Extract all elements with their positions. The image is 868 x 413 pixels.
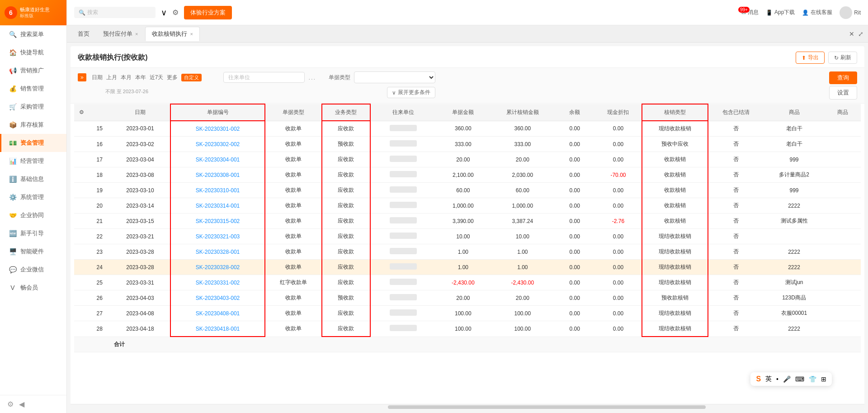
export-button[interactable]: ⬆ 导出 bbox=[796, 52, 825, 64]
doc-code-link[interactable]: SK-20230302-002 bbox=[196, 141, 240, 147]
expand-icon[interactable]: ⤢ bbox=[858, 30, 863, 38]
topbar-right: ✉ 99+ 消息 📱 App下载 👤 在线客服 Rit bbox=[741, 6, 861, 19]
sidebar-item-hardware[interactable]: 🖥️ 智能硬件 bbox=[0, 242, 66, 261]
doc-code-link[interactable]: SK-20230304-001 bbox=[196, 157, 240, 163]
sidebar-item-finance[interactable]: 💵 资金管理 bbox=[0, 134, 66, 152]
tab-prepay[interactable]: 预付应付单 × bbox=[97, 27, 144, 41]
table-row[interactable]: 27 2023-04-08 SK-20230408-001 收款单 应收款 10… bbox=[74, 306, 861, 321]
app-download-button[interactable]: 📱 App下载 bbox=[766, 9, 795, 16]
sidebar-item-guide[interactable]: 🆕 新手引导 bbox=[0, 224, 66, 242]
date-link-7days[interactable]: 近7天 bbox=[150, 74, 164, 81]
table-row[interactable]: 26 2023-04-03 SK-20230403-002 收款单 预收款 20… bbox=[74, 290, 861, 306]
sidebar-item-member[interactable]: V 畅会员 bbox=[0, 279, 66, 297]
user-avatar[interactable]: Rit bbox=[840, 6, 861, 19]
sidebar-item-inventory[interactable]: 📦 库存核算 bbox=[0, 116, 66, 134]
footer-amount bbox=[436, 337, 491, 352]
table-row[interactable]: 22 2023-03-21 SK-20230321-003 收款单 应收款 10… bbox=[74, 229, 861, 244]
topbar-search-box[interactable]: 🔍 搜索 bbox=[74, 7, 156, 18]
date-link-this-year[interactable]: 本年 bbox=[135, 74, 146, 81]
query-button[interactable]: 查询 bbox=[829, 71, 857, 84]
horizontal-scrollbar[interactable] bbox=[71, 404, 864, 409]
collapse-icon[interactable]: ◀ bbox=[19, 400, 24, 408]
tab-prepay-close[interactable]: × bbox=[135, 31, 138, 37]
table-row[interactable]: 25 2023-03-31 SK-20230331-002 红字收款单 应收款 … bbox=[74, 275, 861, 290]
date-custom-btn[interactable]: 自定义 bbox=[181, 74, 202, 81]
table-row[interactable]: 17 2023-03-04 SK-20230304-001 收款单 应收款 20… bbox=[74, 152, 861, 167]
sidebar-item-operation[interactable]: 📊 经营管理 bbox=[0, 152, 66, 170]
doc-code-link[interactable]: SK-20230321-003 bbox=[196, 233, 240, 240]
service-button[interactable]: 👤 在线客服 bbox=[802, 9, 832, 16]
ime-keyboard-icon[interactable]: ⌨ bbox=[795, 375, 804, 383]
table-row[interactable]: 28 2023-04-18 SK-20230418-001 收款单 应收款 10… bbox=[74, 321, 861, 337]
doc-code-link[interactable]: SK-20230308-001 bbox=[196, 172, 240, 178]
setting-button[interactable]: 设置 bbox=[829, 86, 857, 100]
table-row[interactable]: 19 2023-03-10 SK-20230310-001 收款单 应收款 60… bbox=[74, 183, 861, 198]
doc-code-link[interactable]: SK-20230310-001 bbox=[196, 187, 240, 194]
cell-date: 2023-03-21 bbox=[110, 229, 170, 244]
cell-doc-type: 收款单 bbox=[265, 152, 322, 167]
table-row[interactable]: 18 2023-03-08 SK-20230308-001 收款单 应收款 2,… bbox=[74, 167, 861, 183]
message-button[interactable]: ✉ 99+ 消息 bbox=[741, 9, 759, 16]
sidebar-logo: 6 畅康道好生意 标推版 bbox=[0, 0, 66, 25]
doc-code-link[interactable]: SK-20230418-001 bbox=[196, 326, 240, 332]
table-row[interactable]: 15 2023-03-01 SK-20230301-002 收款单 应收款 36… bbox=[74, 121, 861, 137]
filter-toggle-button[interactable]: » bbox=[78, 73, 86, 81]
tab-writeoff-close[interactable]: × bbox=[190, 31, 193, 37]
th-no bbox=[89, 104, 110, 121]
wechat-icon: 💬 bbox=[9, 266, 17, 273]
doc-code-link[interactable]: SK-20230331-002 bbox=[196, 280, 240, 286]
scrollbar-thumb[interactable] bbox=[388, 405, 705, 409]
table-row[interactable]: 16 2023-03-02 SK-20230302-002 收款单 预收款 33… bbox=[74, 137, 861, 152]
th-date: 日期 bbox=[110, 104, 170, 121]
ime-chinese-icon[interactable]: 英 bbox=[765, 375, 772, 383]
doc-code-link[interactable]: SK-20230315-002 bbox=[196, 218, 240, 224]
settings-icon[interactable]: ⚙ bbox=[7, 400, 14, 408]
th-amount: 单据金额 bbox=[436, 104, 491, 121]
expand-conditions-button[interactable]: ∨ 展开更多条件 bbox=[387, 87, 435, 98]
cell-settings bbox=[74, 183, 89, 198]
close-all-icon[interactable]: ✕ bbox=[849, 30, 854, 38]
gear-icon[interactable]: ⚙ bbox=[172, 8, 179, 17]
sidebar-item-marketing[interactable]: 📢 营销推广 bbox=[0, 62, 66, 80]
sidebar-item-search[interactable]: 🔍 搜索菜单 bbox=[0, 25, 66, 43]
solution-button[interactable]: 体验行业方案 bbox=[184, 6, 232, 19]
sidebar-item-wechat[interactable]: 💬 企业微信 bbox=[0, 261, 66, 279]
sidebar-item-corp[interactable]: 🤝 企业协同 bbox=[0, 206, 66, 224]
ime-grid-icon[interactable]: ⊞ bbox=[821, 375, 826, 383]
ime-brand-icon: S bbox=[756, 375, 761, 383]
doc-code-link[interactable]: SK-20230314-001 bbox=[196, 203, 240, 209]
doc-code-link[interactable]: SK-20230301-002 bbox=[196, 126, 240, 132]
footer-goods bbox=[764, 337, 824, 352]
doc-code-link[interactable]: SK-20230328-002 bbox=[196, 264, 240, 271]
table-row[interactable]: 23 2023-03-28 SK-20230328-001 收款单 应收款 1.… bbox=[74, 244, 861, 260]
doc-type-select[interactable] bbox=[354, 71, 435, 83]
sidebar-item-purchase[interactable]: 🛒 采购管理 bbox=[0, 98, 66, 116]
partner-input[interactable] bbox=[223, 72, 305, 83]
table-row[interactable]: 20 2023-03-14 SK-20230314-001 收款单 应收款 1,… bbox=[74, 198, 861, 214]
sidebar-item-system[interactable]: ⚙️ 系统管理 bbox=[0, 188, 66, 206]
table-row[interactable]: 24 2023-03-28 SK-20230328-002 收款单 应收款 1.… bbox=[74, 260, 861, 275]
cell-date: 2023-04-08 bbox=[110, 306, 170, 321]
table-row[interactable]: 21 2023-03-15 SK-20230315-002 收款单 应收款 3,… bbox=[74, 214, 861, 229]
cell-amount: 333.00 bbox=[436, 137, 491, 152]
date-link-more[interactable]: 更多 bbox=[167, 74, 178, 81]
sidebar-item-quicknav[interactable]: 🏠 快捷导航 bbox=[0, 43, 66, 62]
doc-code-link[interactable]: SK-20230403-002 bbox=[196, 295, 240, 301]
tab-writeoff[interactable]: 收款核销执行 × bbox=[145, 27, 199, 41]
refresh-button[interactable]: ↻ 刷新 bbox=[828, 52, 857, 64]
sidebar-item-basic[interactable]: ℹ️ 基础信息 bbox=[0, 170, 66, 188]
sidebar-item-sales[interactable]: 💰 销售管理 bbox=[0, 80, 66, 98]
tab-prepay-label: 预付应付单 bbox=[103, 30, 132, 38]
footer-partner bbox=[370, 337, 436, 352]
doc-code-link[interactable]: SK-20230328-001 bbox=[196, 249, 240, 255]
doc-code-link[interactable]: SK-20230408-001 bbox=[196, 310, 240, 317]
date-link-prev-month[interactable]: 上月 bbox=[106, 74, 117, 81]
tab-home[interactable]: 首页 bbox=[71, 27, 96, 41]
ime-shirt-icon[interactable]: 👕 bbox=[809, 375, 816, 383]
ime-mic-icon[interactable]: 🎤 bbox=[783, 375, 791, 383]
cell-goods2 bbox=[824, 167, 861, 183]
th-settings[interactable]: ⚙ bbox=[74, 104, 89, 121]
cell-balance: 0.00 bbox=[555, 229, 595, 244]
date-link-this-month[interactable]: 本月 bbox=[121, 74, 132, 81]
cell-biz-type: 预收款 bbox=[322, 137, 370, 152]
